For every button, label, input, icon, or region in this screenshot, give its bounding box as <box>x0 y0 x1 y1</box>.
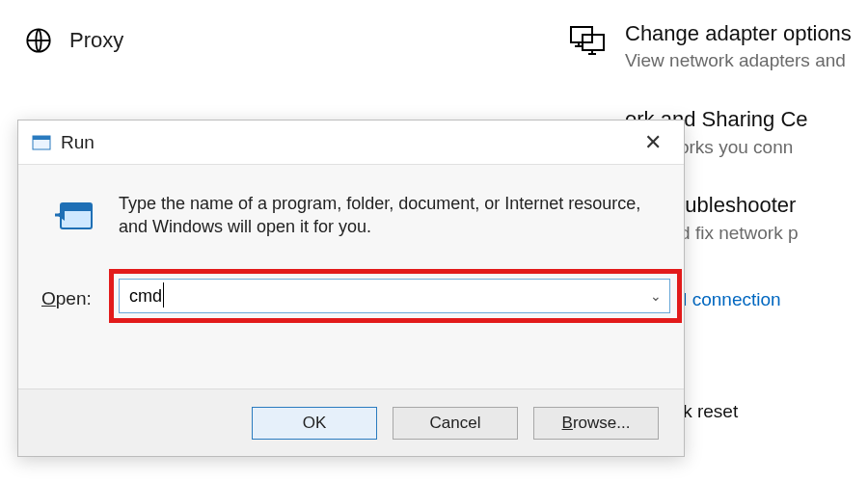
run-app-icon <box>32 133 51 152</box>
run-footer: OK Cancel Browse... <box>18 388 684 456</box>
open-label-mnemonic: O <box>41 288 56 308</box>
open-label: Open: <box>41 288 92 309</box>
text-caret <box>163 282 164 308</box>
option-subtitle: View network adapters and <box>625 50 852 72</box>
run-description: Type the name of a program, folder, docu… <box>119 192 649 239</box>
cancel-button[interactable]: Cancel <box>393 407 518 440</box>
monitors-icon <box>569 21 608 60</box>
run-dialog: Run ✕ Type the name of a program, folder… <box>17 120 685 457</box>
option-title: Change adapter options <box>625 21 852 46</box>
ok-button[interactable]: OK <box>252 407 377 440</box>
run-body: Type the name of a program, folder, docu… <box>18 165 684 388</box>
open-combobox[interactable]: ⌄ <box>119 279 670 313</box>
browse-button[interactable]: Browse... <box>533 407 659 440</box>
sidebar-item-label: Proxy <box>69 28 123 53</box>
open-input[interactable] <box>120 286 642 307</box>
button-label: Cancel <box>430 414 481 433</box>
close-button[interactable]: ✕ <box>628 120 678 165</box>
run-title: Run <box>61 132 95 153</box>
close-icon: ✕ <box>644 130 662 155</box>
option-change-adapter[interactable]: Change adapter options View network adap… <box>569 21 868 72</box>
button-label: Browse... <box>562 414 631 433</box>
svg-rect-6 <box>61 203 92 211</box>
sidebar-item-proxy[interactable]: Proxy <box>25 27 123 54</box>
svg-rect-4 <box>33 136 50 140</box>
run-program-icon <box>55 196 97 238</box>
run-titlebar[interactable]: Run ✕ <box>18 120 684 165</box>
chevron-down-icon[interactable]: ⌄ <box>642 288 669 304</box>
button-label: OK <box>303 414 327 433</box>
globe-icon <box>25 27 52 54</box>
